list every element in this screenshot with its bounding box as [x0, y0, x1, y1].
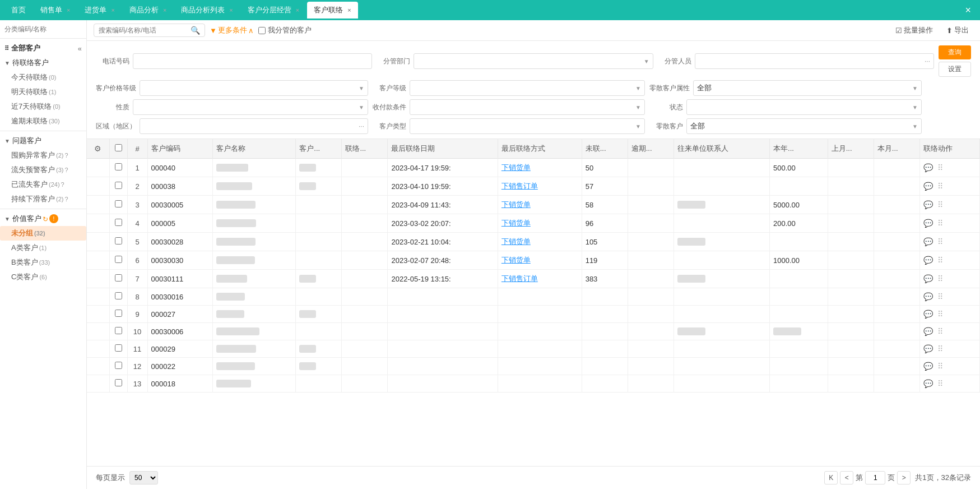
- scatter-customer-select[interactable]: 全部 ▼: [686, 118, 922, 134]
- refresh-icon[interactable]: ↻: [43, 215, 48, 223]
- grid-icon[interactable]: ⠿: [937, 219, 943, 228]
- prev-page-button[interactable]: <: [840, 471, 853, 485]
- row-checkbox[interactable]: [115, 292, 122, 299]
- scatter-attr-select[interactable]: 全部 ▼: [693, 80, 922, 96]
- row-checkbox[interactable]: [115, 219, 122, 226]
- nav-tab-sales[interactable]: 销售单 ×: [34, 2, 77, 19]
- chat-icon[interactable]: 💬: [923, 274, 933, 283]
- sidebar-item-classC[interactable]: C类客户 (6): [0, 270, 86, 284]
- chat-icon[interactable]: 💬: [923, 200, 933, 209]
- sidebar-item-tomorrow-pending[interactable]: 明天待联络 (1): [0, 85, 86, 99]
- row-checkbox[interactable]: [115, 310, 122, 317]
- sidebar-collapse-icon[interactable]: «: [78, 44, 82, 53]
- payment-select[interactable]: ▼: [410, 99, 645, 115]
- window-close-button[interactable]: ×: [960, 4, 976, 16]
- sidebar-item-churned[interactable]: 已流失客户 (24) ?: [0, 177, 86, 192]
- chat-icon[interactable]: 💬: [923, 256, 933, 265]
- grid-icon[interactable]: ⠿: [937, 344, 943, 353]
- chat-icon[interactable]: 💬: [923, 344, 933, 353]
- contact-method-link[interactable]: 下销货单: [501, 237, 531, 246]
- row-checkbox[interactable]: [115, 362, 122, 369]
- sidebar-item-classB[interactable]: B类客户 (33): [0, 255, 86, 270]
- contact-method-link[interactable]: 下销货单: [501, 256, 531, 264]
- region-select[interactable]: ···: [140, 118, 368, 134]
- group-problem-customers[interactable]: ▼ 问题客户: [0, 133, 86, 148]
- nav-tab-home[interactable]: 首页: [4, 2, 32, 19]
- sidebar-item-declining[interactable]: 持续下滑客户 (2) ?: [0, 192, 86, 206]
- customer-level-select[interactable]: ▼: [410, 80, 645, 96]
- my-customers-checkbox[interactable]: [258, 27, 266, 34]
- sidebar-item-ungrouped[interactable]: 未分组 (32): [0, 226, 86, 241]
- group-value-customers[interactable]: ▼ 价值客户 ↻ !: [0, 211, 86, 226]
- phone-input[interactable]: [133, 53, 372, 69]
- next-page-button[interactable]: >: [897, 471, 911, 485]
- customer-type-select[interactable]: ▼: [410, 118, 645, 134]
- chat-icon[interactable]: 💬: [923, 292, 933, 301]
- row-checkbox[interactable]: [115, 182, 122, 189]
- chat-icon[interactable]: 💬: [923, 237, 933, 246]
- chat-icon[interactable]: 💬: [923, 219, 933, 228]
- row-checkbox[interactable]: [115, 327, 122, 334]
- grid-icon[interactable]: ⠿: [937, 163, 943, 172]
- grid-icon[interactable]: ⠿: [937, 200, 943, 209]
- chat-icon[interactable]: 💬: [923, 310, 933, 319]
- nav-tab-product-analysis[interactable]: 商品分析 ×: [123, 2, 173, 19]
- nav-tab-product-analysis-list[interactable]: 商品分析列表 ×: [174, 2, 239, 19]
- per-page-select[interactable]: 50 100 200: [129, 471, 158, 485]
- grid-icon[interactable]: ⠿: [937, 182, 943, 191]
- grid-icon[interactable]: ⠿: [937, 237, 943, 246]
- grid-icon[interactable]: ⠿: [937, 362, 943, 371]
- grid-icon[interactable]: ⠿: [937, 274, 943, 283]
- row-checkbox[interactable]: [115, 379, 122, 386]
- contact-method-link[interactable]: 下销售订单: [501, 274, 538, 283]
- col-settings[interactable]: ⚙: [87, 139, 109, 159]
- contact-method-link[interactable]: 下销售订单: [501, 182, 538, 190]
- contact-method-link[interactable]: 下销货单: [501, 163, 531, 172]
- nav-tab-purchase[interactable]: 进货单 ×: [78, 2, 121, 19]
- grid-icon[interactable]: ⠿: [937, 292, 943, 301]
- sidebar-item-abnormal-purchase[interactable]: 囤购异常客户 (2) ?: [0, 148, 86, 163]
- all-customers-label[interactable]: ⠿ 全部客户 «: [0, 39, 86, 56]
- gear-icon[interactable]: ⚙: [94, 144, 101, 153]
- export-button[interactable]: ⬆ 导出: [942, 24, 973, 37]
- sidebar-item-churn-warning[interactable]: 流失预警客户 (3) ?: [0, 163, 86, 177]
- grid-icon[interactable]: ⠿: [937, 256, 943, 265]
- nature-select[interactable]: ▼: [133, 99, 368, 115]
- manager-select[interactable]: ···: [695, 53, 934, 69]
- chat-icon[interactable]: 💬: [923, 362, 933, 371]
- sidebar-search-input[interactable]: [4, 25, 87, 33]
- page-number-input[interactable]: [865, 471, 885, 485]
- row-checkbox[interactable]: [115, 344, 122, 352]
- row-checkbox[interactable]: [115, 200, 122, 207]
- sidebar-item-7days-pending[interactable]: 近7天待联络 (0): [0, 99, 86, 114]
- contact-method-link[interactable]: 下销货单: [501, 200, 531, 209]
- nav-tab-purchase-close[interactable]: ×: [111, 7, 114, 13]
- sidebar-item-overdue-contact[interactable]: 逾期未联络 (30): [0, 114, 86, 128]
- nav-tab-customer-contact-close[interactable]: ×: [347, 7, 351, 13]
- dept-select[interactable]: ▼: [414, 53, 653, 69]
- grid-icon[interactable]: ⠿: [937, 310, 943, 319]
- row-checkbox[interactable]: [115, 274, 122, 282]
- more-conditions-btn[interactable]: ▼ 更多条件 ∧: [210, 25, 254, 35]
- grid-icon[interactable]: ⠿: [937, 379, 943, 388]
- chat-icon[interactable]: 💬: [923, 163, 933, 172]
- sidebar-item-today-pending[interactable]: 今天待联络 (0): [0, 70, 86, 85]
- price-level-select[interactable]: ▼: [140, 80, 368, 96]
- reset-button[interactable]: 设置: [939, 62, 971, 77]
- nav-tab-customer-contact[interactable]: 客户联络 ×: [307, 2, 357, 19]
- nav-tab-sales-close[interactable]: ×: [67, 7, 70, 13]
- chat-icon[interactable]: 💬: [923, 379, 933, 388]
- contact-method-link[interactable]: 下销货单: [501, 219, 531, 227]
- status-select[interactable]: ▼: [686, 99, 922, 115]
- manager-dots[interactable]: ···: [925, 57, 930, 65]
- row-checkbox[interactable]: [115, 237, 122, 245]
- nav-tab-product-analysis-close[interactable]: ×: [163, 7, 166, 13]
- select-all-checkbox[interactable]: [115, 144, 122, 151]
- chat-icon[interactable]: 💬: [923, 182, 933, 191]
- row-checkbox[interactable]: [115, 256, 122, 263]
- group-pending-contact[interactable]: ▼ 待联络客户: [0, 56, 86, 70]
- nav-tab-product-analysis-list-close[interactable]: ×: [229, 7, 233, 13]
- first-page-button[interactable]: K: [824, 471, 838, 485]
- sidebar-item-classA[interactable]: A类客户 (1): [0, 241, 86, 255]
- nav-tab-customer-tier[interactable]: 客户分层经营 ×: [241, 2, 306, 19]
